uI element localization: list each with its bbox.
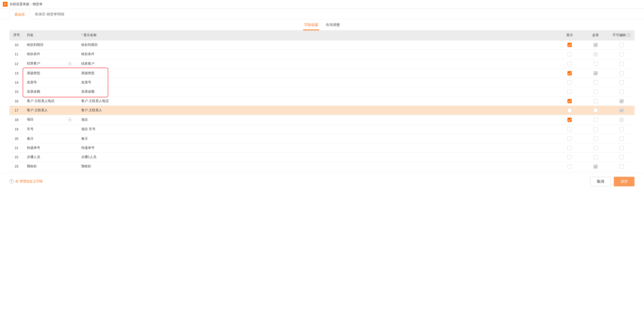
expand-children-button[interactable]: + <box>68 62 72 66</box>
checkbox-noedit[interactable] <box>620 43 624 47</box>
expand-children-button[interactable]: + <box>68 118 72 122</box>
chevron-right-double-icon <box>4 3 6 6</box>
checkbox-noedit[interactable] <box>620 146 624 150</box>
cell-display-name[interactable]: 项目.车号 <box>78 125 556 134</box>
main-tabs: 表头区 表体区-销货单明细 <box>0 10 644 19</box>
checkbox-noedit[interactable] <box>620 71 624 75</box>
question-icon[interactable]: ? <box>10 179 14 184</box>
checkbox-show[interactable] <box>568 90 572 94</box>
checkbox-required[interactable] <box>594 136 598 141</box>
cell-colname: 收款条件 <box>24 50 78 59</box>
checkbox-noedit[interactable] <box>620 155 624 159</box>
checkbox-required[interactable] <box>594 90 598 94</box>
checkbox-show[interactable] <box>568 164 572 169</box>
checkbox-show[interactable] <box>568 146 572 150</box>
cell-required <box>582 68 608 78</box>
cell-show <box>556 40 582 50</box>
checkbox-required[interactable] <box>594 155 598 159</box>
cell-colname: 车号 <box>24 125 78 134</box>
checkbox-show[interactable] <box>568 52 572 56</box>
table-row[interactable]: 14 发票号 发票号 <box>10 78 634 87</box>
cell-noedit <box>608 125 634 134</box>
checkbox-noedit[interactable] <box>620 164 624 169</box>
cell-display-name[interactable]: 结算客户 <box>78 59 556 68</box>
cell-display-name[interactable]: 客户.主联系人电话 <box>78 96 556 106</box>
table-row[interactable]: 11 收款条件 收款条件 <box>10 50 634 59</box>
cell-display-name[interactable]: 备注 <box>78 134 556 143</box>
cell-display-name[interactable]: 客户.主联系人 <box>78 106 556 115</box>
cell-display-name[interactable]: 步骤1人员 <box>78 152 556 162</box>
help-icon[interactable]: ? <box>627 33 630 37</box>
subtab-field-settings[interactable]: 字段设置 <box>303 23 319 30</box>
cell-required <box>582 78 608 87</box>
cell-noedit <box>608 106 634 115</box>
cell-display-name[interactable]: 快递单号 <box>78 143 556 152</box>
table-row[interactable]: 19 车号 项目.车号 <box>10 125 634 134</box>
cell-show <box>556 106 582 115</box>
checkbox-show[interactable] <box>568 136 572 141</box>
cell-colname: 收款到期日 <box>24 40 78 50</box>
table-row[interactable]: 12 结算客户+ 结算客户 <box>10 59 634 68</box>
cell-required <box>582 106 608 115</box>
checkbox-show[interactable] <box>568 43 572 47</box>
table-row[interactable]: 16 客户.主联系人电话 客户.主联系人电话 <box>10 96 634 106</box>
table-row[interactable]: 13 票据类型 票据类型 <box>10 68 634 78</box>
cell-seq: 17 <box>10 106 24 115</box>
cell-display-name[interactable]: 票据类型 <box>78 68 556 78</box>
checkbox-show[interactable] <box>568 62 572 66</box>
checkbox-required[interactable] <box>594 99 598 103</box>
checkbox-noedit[interactable] <box>620 80 624 84</box>
tab-header-area[interactable]: 表头区 <box>10 10 30 19</box>
table-row[interactable]: 20 备注 备注 <box>10 134 634 143</box>
cell-display-name[interactable]: 发票号 <box>78 78 556 87</box>
checkbox-noedit[interactable] <box>620 90 624 94</box>
table-row[interactable]: 21 快递单号 快递单号 <box>10 143 634 152</box>
tab-body-area[interactable]: 表体区-销货单明细 <box>30 10 69 19</box>
checkbox-noedit[interactable] <box>620 127 624 131</box>
checkbox-required[interactable] <box>594 80 598 84</box>
table-row[interactable]: 15 发票金额 发票金额 <box>10 87 634 96</box>
checkbox-required[interactable] <box>594 108 598 112</box>
table-row[interactable]: 18 项目+ 项目 <box>10 115 634 125</box>
subtab-layout-adjust[interactable]: 布局调整 <box>325 23 341 30</box>
checkbox-noedit[interactable] <box>620 52 624 56</box>
cell-show <box>556 78 582 87</box>
checkbox-noedit[interactable] <box>620 136 624 141</box>
checkbox-show[interactable] <box>568 80 572 84</box>
cell-display-name[interactable]: 发票金额 <box>78 87 556 96</box>
cell-display-name[interactable]: 收款到期日 <box>78 40 556 50</box>
checkbox-show[interactable] <box>568 155 572 159</box>
header-label: 当前设置单据： <box>10 2 32 6</box>
cell-required <box>582 40 608 50</box>
cell-required <box>582 87 608 96</box>
checkbox-show[interactable] <box>568 118 572 122</box>
cancel-button[interactable]: 取消 <box>590 177 611 186</box>
cell-display-name[interactable]: 收款条件 <box>78 50 556 59</box>
table-row[interactable]: 22 步骤人员 步骤1人员 <box>10 152 634 162</box>
table-row[interactable]: 17 客户.主联系人 客户.主联系人 <box>10 106 634 115</box>
checkbox-required[interactable] <box>594 118 598 122</box>
cell-display-name[interactable]: 项目 <box>78 115 556 125</box>
checkbox-required[interactable] <box>594 62 598 66</box>
checkbox-noedit[interactable] <box>620 62 624 66</box>
required-asterisk-icon: * <box>81 33 82 37</box>
checkbox-show[interactable] <box>568 99 572 103</box>
cell-required <box>582 59 608 68</box>
cell-display-name[interactable]: 预收款 <box>78 162 556 171</box>
sub-tabs: 字段设置 布局调整 <box>0 19 644 30</box>
manage-custom-fields-link[interactable]: 管理自定义字段 <box>20 179 43 184</box>
checkbox-show[interactable] <box>568 71 572 75</box>
checkbox-show[interactable] <box>568 127 572 131</box>
checkbox-required[interactable] <box>594 146 598 150</box>
checkbox-required <box>594 43 598 47</box>
cell-noedit <box>608 152 634 162</box>
save-button[interactable]: 保存 <box>614 177 634 186</box>
checkbox-required[interactable] <box>594 127 598 131</box>
table-row[interactable]: 23 预收款 预收款 <box>10 162 634 171</box>
cell-show <box>556 162 582 171</box>
cell-seq: 21 <box>10 143 24 152</box>
table-row[interactable]: 10 收款到期日 收款到期日 <box>10 40 634 50</box>
expand-sidebar-button[interactable] <box>3 2 8 6</box>
checkbox-show[interactable] <box>568 108 572 112</box>
checkbox-noedit <box>620 99 624 103</box>
